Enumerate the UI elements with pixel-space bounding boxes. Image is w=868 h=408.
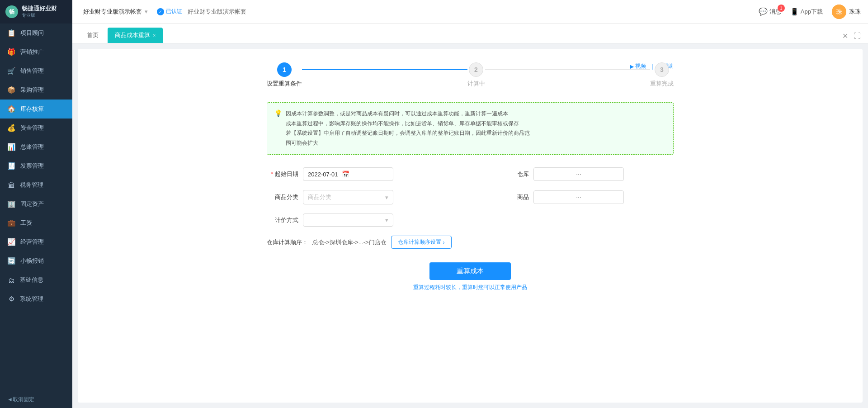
tax-icon: 🏛 xyxy=(7,181,15,189)
sidebar-unpin-btn[interactable]: ◄取消固定 xyxy=(0,391,72,408)
sidebar-item-system[interactable]: ⚙ 系统管理 xyxy=(0,289,72,308)
verified-label: 已认证 xyxy=(166,8,182,15)
sidebar-item-purchase[interactable]: 📦 采购管理 xyxy=(0,81,72,100)
user-profile-btn[interactable]: 珠 珠珠 xyxy=(832,5,861,19)
sidebar-label-inventory: 库存核算 xyxy=(20,105,44,113)
product-field: 商品 ··· xyxy=(497,190,674,204)
finance-icon: 💰 xyxy=(7,124,16,132)
stepper-wrapper: 1 设置重算条件 2 计算中 3 重算完成 xyxy=(267,62,674,88)
sidebar-nav: 📋 项目顾问 🎁 营销推广 🛒 销售管理 📦 采购管理 🏠 库存核算 💰 资金管… xyxy=(0,24,72,391)
app-title-block: 畅捷通好业财 专业版 xyxy=(22,5,57,19)
step-2-label: 计算中 xyxy=(467,80,485,88)
payroll-icon: 💼 xyxy=(7,219,16,227)
sidebar-item-inventory[interactable]: 🏠 库存核算 xyxy=(0,100,72,119)
sidebar-label-assets: 固定资产 xyxy=(20,200,44,208)
sidebar-item-tax[interactable]: 🏛 税务管理 xyxy=(0,176,72,195)
app-subtitle: 专业版 xyxy=(22,12,57,19)
app-download-btn[interactable]: 📱 App下载 xyxy=(790,8,823,16)
account-name-display: 好业财专业版演示帐套 xyxy=(188,8,246,16)
submit-section: 重算成本 重算过程耗时较长，重算时您可以正常使用产品 xyxy=(267,262,674,291)
info-box: 💡 因成本计算参数调整，或是对商品成本有疑问时，可以通过成本重算功能，重新计算一… xyxy=(267,102,674,155)
form-row-2: 商品分类 商品分类 ▾ 商品 ··· xyxy=(267,190,674,204)
submit-tip: 重算过程耗时较长，重算时您可以正常使用产品 xyxy=(267,284,674,291)
pricing-select[interactable]: ▾ xyxy=(303,213,393,227)
step-3: 3 重算完成 xyxy=(650,62,674,88)
tabbar-right: ✕ ⛶ xyxy=(842,32,861,43)
info-line-3: 若【系统设置】中启用了自动调整记账日期时，会调整入库单的整单记账日期，因此重新计… xyxy=(286,128,530,138)
sidebar-item-marketing[interactable]: 🎁 营销推广 xyxy=(0,43,72,62)
start-date-input[interactable]: 2022-07-01 📅 xyxy=(303,167,393,181)
assets-icon: 🏢 xyxy=(7,200,16,208)
sidebar-label-tax: 税务管理 xyxy=(20,181,43,189)
sidebar-item-assets[interactable]: 🏢 固定资产 xyxy=(0,195,72,213)
topbar: 好业财专业版演示帐套 ▾ ✓ 已认证 好业财专业版演示帐套 💬 消息 1 📱 A… xyxy=(72,0,868,24)
account-selector[interactable]: 好业财专业版演示帐套 ▾ xyxy=(80,6,151,18)
step-line-2 xyxy=(485,69,651,70)
topbar-right-actions: 💬 消息 1 📱 App下载 珠 珠珠 xyxy=(759,5,861,19)
warehouse-order-value: 总仓->深圳仓库->...->门店仓 xyxy=(312,238,387,247)
close-window-btn[interactable]: ✕ xyxy=(842,32,848,40)
verified-badge: ✓ 已认证 xyxy=(157,8,182,15)
system-icon: ⚙ xyxy=(7,295,15,303)
info-text-block: 因成本计算参数调整，或是对商品成本有疑问时，可以通过成本重算功能，重新计算一遍成… xyxy=(286,109,530,148)
sidebar-item-basic[interactable]: 🗂 基础信息 xyxy=(0,270,72,289)
category-placeholder: 商品分类 xyxy=(308,193,331,201)
sales-icon: 🛒 xyxy=(7,67,16,75)
step-1: 1 设置重算条件 xyxy=(267,62,302,88)
warehouse-input[interactable]: ··· xyxy=(533,167,624,181)
step-1-circle: 1 xyxy=(277,62,292,77)
sidebar-item-project[interactable]: 📋 项目顾问 xyxy=(0,24,72,43)
sidebar-item-finance[interactable]: 💰 资金管理 xyxy=(0,119,72,138)
info-line-4: 围可能会扩大 xyxy=(286,138,530,148)
pricing-dropdown-icon: ▾ xyxy=(385,217,388,223)
sidebar-item-payroll[interactable]: 💼 工资 xyxy=(0,213,72,232)
category-select[interactable]: 商品分类 ▾ xyxy=(303,190,393,204)
step-3-num: 3 xyxy=(660,66,664,73)
step-3-label: 重算完成 xyxy=(650,80,674,88)
form-row-3: 计价方式 ▾ xyxy=(267,213,674,227)
sidebar-item-sales[interactable]: 🛒 销售管理 xyxy=(0,62,72,81)
tab-home-label: 首页 xyxy=(87,31,99,39)
warehouse-settings-label: 仓库计算顺序设置 xyxy=(398,238,441,246)
svg-text:珠: 珠 xyxy=(836,8,842,15)
category-label: 商品分类 xyxy=(267,193,303,201)
calendar-icon[interactable]: 📅 xyxy=(342,171,349,178)
step-2: 2 计算中 xyxy=(467,62,485,88)
sidebar-item-operation[interactable]: 📈 经营管理 xyxy=(0,232,72,251)
tab-home[interactable]: 首页 xyxy=(80,28,106,43)
recalculate-btn[interactable]: 重算成本 xyxy=(429,262,511,280)
step-line-1 xyxy=(302,69,467,70)
sidebar-label-payroll: 工资 xyxy=(20,219,32,227)
expand-window-btn[interactable]: ⛶ xyxy=(854,32,861,40)
start-date-value: 2022-07-01 xyxy=(308,171,338,178)
light-icon: 💡 xyxy=(274,109,282,148)
video-help-btn[interactable]: ▶ 视频 xyxy=(630,62,646,70)
step-2-num: 2 xyxy=(474,66,478,73)
warehouse-label: 仓库 xyxy=(497,170,533,178)
sidebar: 畅 畅捷通好业财 专业版 📋 项目顾问 🎁 营销推广 🛒 销售管理 📦 采购管理… xyxy=(0,0,72,408)
sidebar-label-invoice: 发票管理 xyxy=(20,162,44,170)
account-selector-text: 好业财专业版演示帐套 xyxy=(83,8,142,16)
sidebar-label-operation: 经营管理 xyxy=(20,238,44,246)
start-date-label: 起始日期 xyxy=(267,170,303,178)
sidebar-item-expense[interactable]: 🔄 小畅报销 xyxy=(0,251,72,270)
product-input[interactable]: ··· xyxy=(533,190,624,204)
video-label: 视频 xyxy=(635,62,646,70)
sidebar-item-invoice[interactable]: 🧾 发票管理 xyxy=(0,157,72,176)
inventory-icon: 🏠 xyxy=(7,105,16,113)
step-1-label: 设置重算条件 xyxy=(267,80,302,88)
operation-icon: 📈 xyxy=(7,238,16,246)
warehouse-order-settings-btn[interactable]: 仓库计算顺序设置 › xyxy=(391,236,452,249)
sidebar-label-system: 系统管理 xyxy=(20,295,43,303)
tab-close-btn[interactable]: × xyxy=(153,33,156,38)
account-dropdown-icon: ▾ xyxy=(145,8,148,15)
message-btn[interactable]: 💬 消息 1 xyxy=(759,7,781,16)
main-area: 好业财专业版演示帐套 ▾ ✓ 已认证 好业财专业版演示帐套 💬 消息 1 📱 A… xyxy=(72,0,868,408)
pricing-field: 计价方式 ▾ xyxy=(267,213,674,227)
tab-cost-recalc[interactable]: 商品成本重算 × xyxy=(108,28,163,43)
sidebar-label-marketing: 营销推广 xyxy=(20,48,44,56)
chevron-right-icon: › xyxy=(443,239,445,246)
marketing-icon: 🎁 xyxy=(7,48,16,56)
sidebar-item-accounting[interactable]: 📊 总账管理 xyxy=(0,138,72,157)
app-logo-icon: 畅 xyxy=(5,5,18,18)
